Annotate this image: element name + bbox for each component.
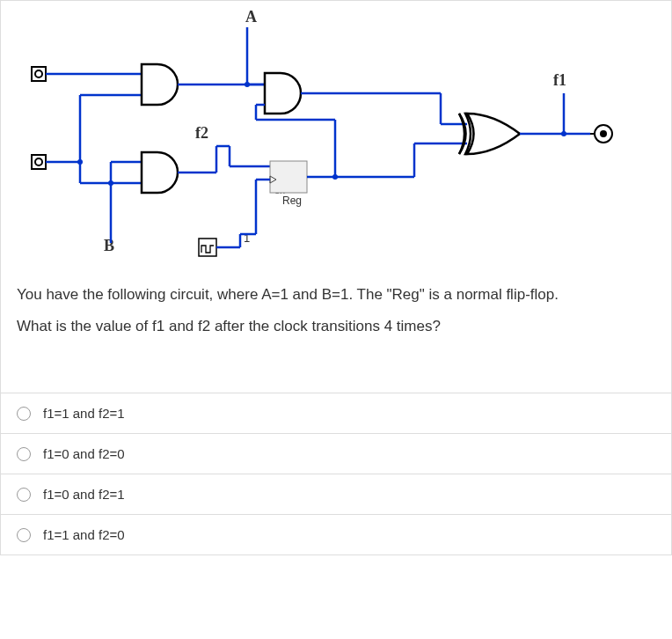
question-line-2: What is the value of f1 and f2 after the…: [17, 311, 655, 342]
option-3[interactable]: f1=0 and f2=1: [1, 474, 671, 514]
svg-point-17: [108, 180, 113, 186]
input-port-top: [32, 67, 46, 81]
radio-icon: [17, 407, 31, 421]
register-block: [270, 161, 307, 193]
option-label: f1=1 and f2=0: [43, 527, 125, 542]
radio-icon: [17, 447, 31, 461]
radio-icon: [17, 488, 31, 502]
svg-point-45: [600, 130, 607, 137]
option-label: f1=1 and f2=1: [43, 406, 125, 421]
question-text: You have the following circuit, where A=…: [1, 274, 671, 357]
xor-gate: [459, 114, 520, 154]
option-label: f1=0 and f2=0: [43, 446, 125, 461]
svg-rect-0: [32, 67, 46, 81]
and-gate-2: [142, 152, 178, 193]
circuit-diagram: A f1 f2 B C Q D en Reg 1: [1, 1, 671, 274]
question-line-1: You have the following circuit, where A=…: [17, 279, 655, 311]
svg-point-43: [561, 131, 566, 136]
svg-rect-2: [32, 155, 46, 169]
answer-options: f1=1 and f2=1 f1=0 and f2=0 f1=0 and f2=…: [1, 393, 671, 555]
option-label: f1=0 and f2=1: [43, 487, 125, 502]
option-1[interactable]: f1=1 and f2=1: [1, 393, 671, 433]
option-2[interactable]: f1=0 and f2=0: [1, 433, 671, 474]
and-gate-3: [265, 73, 301, 114]
quiz-card: A f1 f2 B C Q D en Reg 1: [0, 0, 672, 555]
option-4[interactable]: f1=1 and f2=0: [1, 514, 671, 555]
circuit-svg: [1, 1, 672, 274]
svg-point-33: [332, 174, 338, 180]
output-port: [590, 125, 612, 143]
input-port-bottom: [32, 155, 46, 169]
and-gate-1: [142, 64, 178, 105]
radio-icon: [17, 528, 31, 542]
